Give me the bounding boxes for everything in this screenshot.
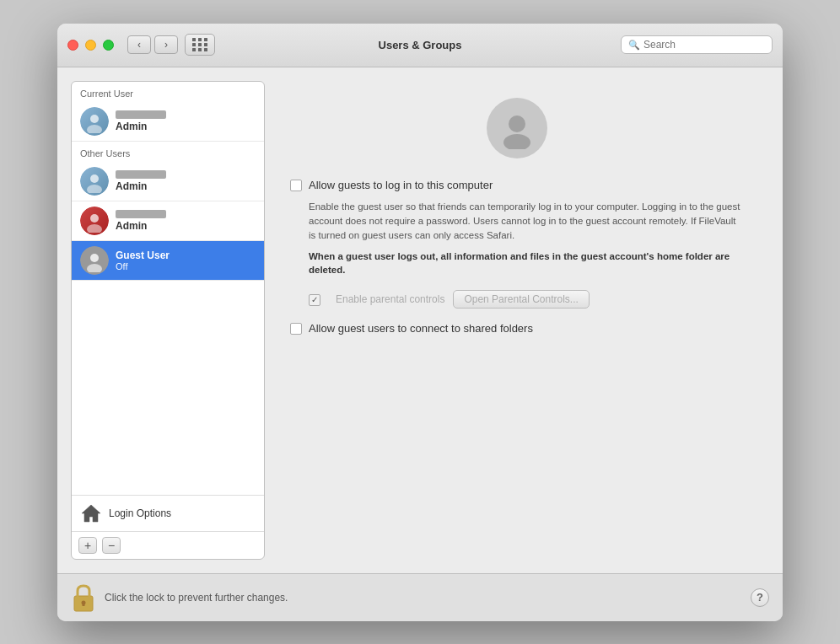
allow-guests-row: Allow guests to log in to this computer [290, 179, 744, 191]
svg-point-4 [90, 214, 99, 223]
svg-point-5 [87, 224, 102, 233]
allow-guests-checkbox[interactable] [290, 180, 302, 191]
help-button[interactable]: ? [751, 588, 769, 607]
allow-guests-label: Allow guests to log in to this computer [309, 179, 493, 191]
nav-buttons: ‹ › [127, 35, 178, 54]
svg-rect-13 [83, 603, 85, 606]
guest-user-item[interactable]: Guest User Off [72, 241, 264, 281]
window-title: Users & Groups [379, 39, 462, 51]
grid-icon [192, 38, 208, 51]
svg-point-2 [90, 174, 99, 183]
login-options-label: Login Options [109, 507, 171, 519]
other-user-item-1[interactable]: Admin [72, 162, 264, 201]
other-users-section: Admin Admin [72, 162, 264, 495]
parental-controls-checkbox[interactable] [309, 294, 320, 306]
main-panel: Allow guests to log in to this computer … [265, 81, 769, 560]
svg-point-7 [87, 264, 102, 272]
guest-user-name: Guest User [116, 250, 170, 261]
titlebar: ‹ › Users & Groups 🔍 [57, 24, 783, 67]
current-user-avatar [80, 107, 109, 136]
remove-user-button[interactable]: − [102, 537, 121, 554]
svg-point-0 [90, 115, 99, 123]
login-options-item[interactable]: Login Options [72, 495, 264, 531]
current-user-item[interactable]: Admin [72, 102, 264, 142]
svg-point-1 [87, 125, 102, 133]
guest-user-avatar [80, 246, 109, 275]
main-window: ‹ › Users & Groups 🔍 Current User [57, 24, 783, 621]
maximize-button[interactable] [103, 40, 114, 51]
other-user-avatar-1 [80, 167, 109, 196]
svg-point-3 [87, 185, 102, 193]
svg-point-10 [503, 134, 530, 149]
allow-shared-folders-row: Allow guest users to connect to shared f… [290, 322, 744, 335]
other-users-label: Other Users [72, 142, 264, 162]
minimize-button[interactable] [85, 40, 96, 51]
guest-user-info: Guest User Off [116, 250, 170, 271]
grid-view-button[interactable] [185, 34, 215, 56]
guest-warning: When a guest user logs out, all informat… [309, 250, 744, 276]
open-parental-controls-button[interactable]: Open Parental Controls... [453, 290, 589, 309]
lock-text: Click the lock to prevent further change… [105, 592, 751, 604]
guest-description: Enable the guest user so that friends ca… [309, 200, 744, 244]
other-user-1-name: Admin [116, 180, 166, 192]
other-user-1-info: Admin [116, 170, 166, 192]
guest-avatar-large [487, 98, 547, 158]
back-button[interactable]: ‹ [127, 35, 151, 54]
sidebar-actions: + − [72, 531, 264, 559]
current-user-name: Admin [116, 121, 166, 132]
allow-shared-folders-label: Allow guest users to connect to shared f… [309, 322, 533, 335]
traffic-lights [67, 40, 114, 51]
other-user-2-name: Admin [116, 220, 166, 232]
add-user-button[interactable]: + [78, 537, 97, 554]
content-area: Current User Admin Other Users [57, 67, 783, 573]
allow-shared-folders-checkbox[interactable] [290, 323, 302, 335]
house-icon [80, 502, 102, 524]
search-box[interactable]: 🔍 [621, 35, 773, 54]
current-user-label: Current User [72, 82, 264, 102]
sidebar: Current User Admin Other Users [71, 81, 265, 560]
guest-avatar-icon [496, 107, 538, 149]
parental-controls-label: Enable parental controls [336, 293, 444, 305]
svg-point-9 [509, 115, 525, 132]
other-user-avatar-2 [80, 207, 109, 235]
lock-icon[interactable] [71, 582, 96, 613]
close-button[interactable] [67, 40, 78, 51]
parental-controls-row: Enable parental controls Open Parental C… [309, 290, 590, 309]
current-user-info: Admin [116, 110, 166, 132]
search-input[interactable] [643, 39, 765, 51]
other-user-2-info: Admin [116, 210, 166, 232]
search-icon: 🔍 [628, 40, 640, 51]
svg-marker-8 [82, 505, 100, 522]
guest-user-status: Off [116, 261, 170, 271]
other-user-item-2[interactable]: Admin [72, 201, 264, 241]
forward-button[interactable]: › [154, 35, 178, 54]
statusbar: Click the lock to prevent further change… [57, 573, 783, 621]
svg-point-6 [90, 254, 99, 262]
